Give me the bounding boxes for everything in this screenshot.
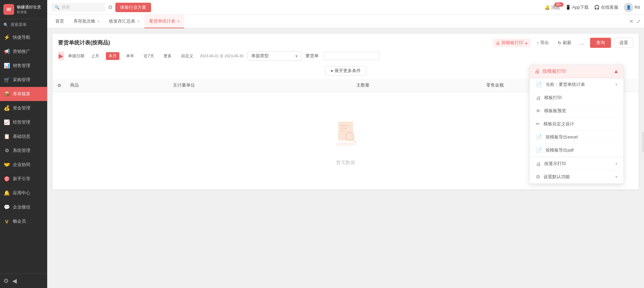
sidebar-item-basic[interactable]: 📋 基础信息: [0, 129, 47, 143]
system-icon: ⚙: [3, 147, 10, 154]
tabs-bar-right: ✕ ⤢: [629, 18, 641, 25]
member-icon: V: [3, 218, 10, 225]
col-settings[interactable]: ⚙: [53, 79, 66, 92]
top-header: 🔍 搜索 ⚙ 体验行业方案 🔔 消息 99+ 📱 App下载 🎧 在线客服 👤 …: [47, 0, 644, 15]
collapse-icon[interactable]: ◀: [12, 277, 17, 285]
set-default-label: 设置默认功能: [544, 174, 570, 180]
header-gear-icon[interactable]: ⚙: [108, 4, 113, 10]
sidebar-item-operations[interactable]: 📈 经营管理: [0, 115, 47, 129]
avatar: 👤: [624, 3, 633, 12]
page-body: 要货单统计表(按商品) 🖨 按模板打印 ▲ ↑ 导出 ↻ 刷新: [47, 28, 644, 288]
date-btn-prev[interactable]: 上月: [88, 52, 102, 60]
filter-arrow-icon[interactable]: ▶: [59, 52, 63, 60]
order-cat-label: 要货单: [305, 53, 319, 59]
settings-icon[interactable]: ⚙: [3, 277, 9, 285]
export-button[interactable]: ↑ 导出: [534, 38, 552, 47]
sidebar-label-operations: 经营管理: [13, 119, 30, 125]
search-menu-item[interactable]: 🔍 搜索菜单: [0, 19, 47, 30]
query-button[interactable]: 查询: [590, 38, 611, 48]
dropdown-close-icon[interactable]: ▲: [613, 68, 619, 74]
tab-order-stats-close[interactable]: ×: [177, 19, 179, 23]
customer-service-label: 在线客服: [601, 4, 618, 10]
header-search[interactable]: 🔍 搜索: [51, 3, 105, 11]
sidebar-item-quicknav[interactable]: ⚡ 快捷导航: [0, 30, 47, 44]
chevron-up-icon: ▲: [525, 41, 528, 45]
dropdown-template-pdf[interactable]: 📄 按模板导出pdf: [530, 144, 623, 157]
tab-home[interactable]: 首页: [51, 15, 69, 28]
date-btn-year[interactable]: 本年: [123, 52, 137, 60]
tab-batch[interactable]: 库存批次账 ×: [69, 15, 104, 28]
sidebar-item-guide[interactable]: 🎯 新手引导: [0, 172, 47, 186]
close-all-icon[interactable]: ✕: [629, 18, 634, 25]
filter-input[interactable]: [323, 52, 379, 60]
sidebar-item-marketing[interactable]: 📢 营销推广: [0, 44, 47, 59]
notification-item[interactable]: 🔔 消息 99+: [545, 4, 560, 10]
page-title: 要货单统计表(按商品): [58, 39, 110, 46]
empty-text: 暂无数据: [336, 160, 355, 166]
sidebar-item-wechat[interactable]: 💬 企业微信: [0, 200, 47, 214]
expand-window-icon[interactable]: ⤢: [636, 18, 641, 25]
date-btn-cur[interactable]: 本月: [106, 52, 119, 60]
settings-button[interactable]: 设置: [614, 38, 633, 48]
set-default-icon: ⚙: [536, 174, 540, 180]
app-logo: W 畅赚通好生意 标准版: [0, 0, 47, 19]
dropdown-template-preview[interactable]: 👁 模板板预览: [530, 104, 623, 118]
app-download-item[interactable]: 📱 App下载: [565, 4, 589, 10]
tab-batch-close[interactable]: ×: [97, 19, 99, 23]
sidebar-item-system[interactable]: ⚙ 系统管理: [0, 143, 47, 158]
sidebar-nav: ⚡ 快捷导航 📢 营销推广 📊 销售管理 🛒 采购管理 📦 库存核算 💰 资金管…: [0, 30, 47, 274]
sidebar-bottom: ⚙ ◀: [0, 274, 47, 288]
more-button[interactable]: ...: [578, 39, 587, 47]
dropdown-template-excel[interactable]: 📄 按模板导出excel: [530, 131, 623, 144]
customer-service-item[interactable]: 🎧 在线客服: [594, 4, 618, 10]
print-button[interactable]: 🖨 按模板打印 ▲: [493, 38, 531, 47]
refresh-label: 刷新: [563, 40, 572, 46]
collab-icon: 🤝: [3, 161, 10, 168]
sidebar-label-finance: 资金管理: [13, 105, 30, 111]
sidebar-item-appstore[interactable]: 🔔 应用中心: [0, 186, 47, 200]
sidebar-item-inventory[interactable]: 📦 库存核算: [0, 87, 47, 101]
purchase-icon: 🛒: [3, 76, 10, 83]
sidebar-item-finance[interactable]: 💰 资金管理: [0, 101, 47, 115]
dropdown-title: 按模板打印: [543, 68, 566, 74]
dropdown-set-default[interactable]: ⚙ 设置默认功能 ▾: [530, 170, 623, 184]
logo-icon: W: [3, 4, 14, 15]
app-name: 畅赚通好生意: [17, 4, 41, 10]
refresh-button[interactable]: ↻ 刷新: [555, 38, 574, 47]
sidebar-label-inventory: 库存核算: [13, 91, 30, 97]
date-range: 2023-06-01 至 2023-06-30: [200, 54, 244, 59]
dropdown-display-print[interactable]: 🖨 按显示打印 ▾: [530, 157, 623, 170]
filter-row: ▶ 单据日期 上月 本月 本年 近7天 更多 自定义 2023-06-01 至 …: [53, 48, 639, 64]
date-btn-7days[interactable]: 近7天: [141, 52, 157, 60]
sidebar-item-collab[interactable]: 🤝 企业协同: [0, 158, 47, 172]
app-download-label: App下载: [572, 4, 589, 10]
sidebar-label-appstore: 应用中心: [13, 190, 30, 196]
trial-button[interactable]: 体验行业方案: [115, 3, 151, 12]
sidebar-item-sales[interactable]: 📊 销售管理: [0, 59, 47, 73]
svg-rect-2: [340, 125, 348, 126]
tab-collection[interactable]: 收发存汇总表 ×: [104, 15, 144, 28]
finance-icon: 💰: [3, 105, 10, 111]
dropdown-template-print[interactable]: 🖨 模板打印: [530, 91, 623, 104]
sidebar-item-member[interactable]: V 畅会员: [0, 214, 47, 228]
search-icon: 🔍: [55, 5, 60, 10]
expand-conditions-button[interactable]: ▾ 展开更多条件: [325, 66, 367, 75]
scrollbar-thumb[interactable]: [642, 132, 644, 152]
col-qty: 主数量: [352, 79, 482, 92]
search-menu-icon: 🔍: [3, 23, 8, 27]
dropdown-current-item[interactable]: 📄 当前：要货单统计表 ▾: [530, 78, 623, 91]
filter-section-date: ▶: [58, 52, 64, 60]
user-avatar-item[interactable]: 👤 Rit: [624, 3, 640, 12]
dropdown-template-design[interactable]: ✏ 模板自定义设计: [530, 118, 623, 131]
svg-point-0: [335, 142, 356, 146]
date-btn-custom[interactable]: 自定义: [178, 52, 196, 60]
template-preview-label: 模板板预览: [544, 108, 566, 114]
panel-header: 要货单统计表(按商品) 🖨 按模板打印 ▲ ↑ 导出 ↻ 刷新: [53, 34, 639, 48]
sidebar-item-purchase[interactable]: 🛒 采购管理: [0, 73, 47, 87]
tab-order-stats[interactable]: 要货单统计表 ×: [144, 15, 184, 28]
tab-collection-close[interactable]: ×: [137, 19, 139, 23]
scrollbar[interactable]: [642, 28, 644, 288]
order-type-select[interactable]: 单据类型 ▾: [247, 51, 301, 61]
main-content: 🔍 搜索 ⚙ 体验行业方案 🔔 消息 99+ 📱 App下载 🎧 在线客服 👤 …: [47, 0, 644, 288]
date-btn-more[interactable]: 更多: [161, 52, 174, 60]
